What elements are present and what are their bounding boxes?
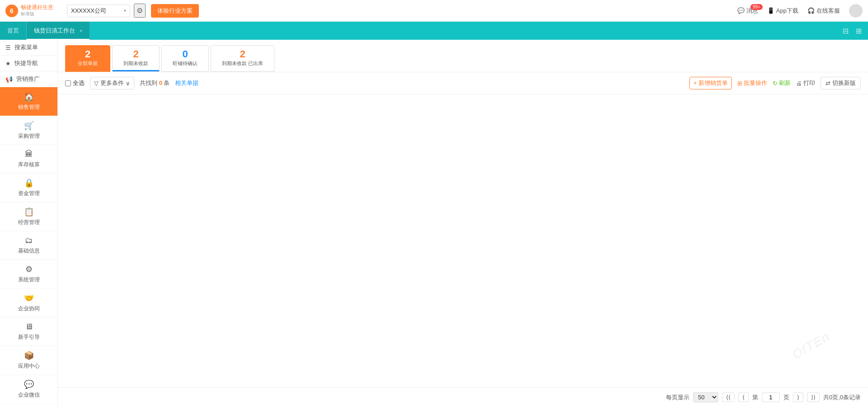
select-all-input[interactable] [65, 80, 71, 86]
online-service-label: 在线客服 [816, 7, 840, 15]
page-first-button[interactable]: ⟨⟨ [722, 393, 735, 402]
marketing-icon: 📢 [5, 76, 13, 83]
shipped-label: 到期未收款 已出库 [222, 60, 263, 67]
avatar[interactable] [849, 4, 863, 18]
tab-active[interactable]: 钱货日清工作台 × [27, 22, 90, 40]
print-button[interactable]: 🖨 打印 [796, 79, 815, 87]
summary-tab-overdue[interactable]: 2 到期未收款 [112, 45, 160, 72]
operations-label: 经营管理 [18, 219, 40, 226]
company-selector[interactable]: XXXXXX公司 ▾ [67, 5, 130, 17]
all-label: 全部单据 [78, 60, 98, 67]
tab-underline [27, 39, 90, 40]
sidebar-item-basic-info[interactable]: 🗂 基础信息 [0, 231, 57, 260]
summary-tab-all[interactable]: 2 全部单据 [65, 45, 110, 72]
sidebar-item-inventory[interactable]: 🏛 库存核算 [0, 145, 57, 173]
search-icon: ☰ [5, 44, 11, 51]
page-input[interactable] [762, 393, 780, 402]
summary-tab-wangpu[interactable]: 0 旺铺待确认 [161, 45, 209, 72]
sidebar-item-quicknav[interactable]: ★ 快捷导航 [0, 56, 57, 71]
page-suffix: 页 [783, 393, 789, 402]
sidebar-item-enterprise-collab[interactable]: 🤝 企业协同 [0, 289, 57, 318]
new-guide-icon: 🖥 [25, 322, 33, 332]
trial-button[interactable]: 体验行业方案 [151, 4, 199, 18]
select-all-checkbox[interactable]: 全选 [65, 79, 85, 87]
header-right: 💬 消息 99+ 📱 App下载 🎧 在线客服 [737, 4, 863, 18]
purchase-icon: 🛒 [24, 121, 34, 131]
sidebar-item-enterprise-wechat[interactable]: 💬 企业微信 [0, 375, 57, 404]
app-download-icon: 📱 [767, 7, 774, 14]
pagination-bar: 每页显示 50 100 200 ⟨⟨ ⟨ 第 页 ⟩ ⟩⟩ 共0页,0条记录 [58, 387, 868, 407]
summary-tab-shipped[interactable]: 2 到期未收款 已出库 [211, 45, 274, 72]
toolbar-right: + 新增销货单 ⊞ 批量操作 ↻ 刷新 🖨 打印 ⇄ 切换新版 [689, 77, 861, 89]
total-label: 共0页,0条记录 [823, 393, 861, 402]
filter-icon: ▽ [94, 80, 99, 87]
nav-tabs-bar: 首页 钱货日清工作台 × ⊟ ⊞ [0, 22, 868, 40]
minimize-icon[interactable]: ⊟ [840, 25, 851, 37]
logo-text-block: 畅捷通好生意 标准版 [21, 4, 53, 18]
enterprise-wechat-label: 企业微信 [18, 391, 40, 399]
refresh-button[interactable]: ↻ 刷新 [773, 79, 791, 87]
summary-tabs: 2 全部单据 2 到期未收款 0 旺铺待确认 2 到期未收款 已出库 [58, 40, 868, 72]
online-service-button[interactable]: 🎧 在线客服 [807, 7, 840, 15]
basic-info-icon: 🗂 [25, 236, 33, 245]
filter-label: 更多条件 [100, 79, 124, 87]
page-last-button[interactable]: ⟩⟩ [807, 393, 820, 402]
settings-button[interactable]: ⚙ [134, 4, 146, 18]
finance-icon: 🔒 [24, 178, 34, 188]
filter-button[interactable]: ▽ 更多条件 ∨ [90, 77, 134, 89]
sales-icon: 🏠 [24, 92, 34, 102]
message-icon: 💬 [737, 7, 745, 14]
page-next-button[interactable]: ⟩ [793, 393, 803, 402]
per-page-select[interactable]: 50 100 200 [693, 392, 718, 402]
sidebar-item-sales[interactable]: 🏠 销售管理 [0, 87, 57, 116]
switch-icon: ⇄ [826, 80, 830, 87]
overdue-count: 2 [133, 49, 138, 59]
sidebar-item-app-center[interactable]: 📦 应用中心 [0, 346, 57, 375]
wangpu-label: 旺铺待确认 [173, 60, 198, 67]
purchase-label: 采购管理 [18, 132, 40, 140]
sidebar-item-finance[interactable]: 🔒 资金管理 [0, 173, 57, 202]
refresh-label: 刷新 [779, 79, 791, 87]
chevron-down-icon: ▾ [124, 8, 126, 13]
shipped-count: 2 [240, 49, 245, 59]
add-sale-button[interactable]: + 新增销货单 [689, 77, 732, 89]
all-count: 2 [85, 49, 90, 59]
tab-home[interactable]: 首页 [0, 22, 27, 40]
sidebar-item-new-guide[interactable]: 🖥 新手引导 [0, 318, 57, 346]
related-link[interactable]: 相关单据 [175, 79, 198, 87]
sidebar-item-system[interactable]: ⚙ 系统管理 [0, 260, 57, 289]
tab-progress-overdue [113, 70, 159, 71]
maximize-icon[interactable]: ⊞ [853, 25, 864, 37]
sidebar-item-member[interactable]: ▽ 畅会员 [0, 404, 57, 407]
wangpu-count: 0 [182, 49, 188, 59]
content-area: 2 全部单据 2 到期未收款 0 旺铺待确认 2 到期未收款 已出库 [58, 40, 868, 407]
result-text: 共找到 0 条 [140, 79, 170, 87]
tab-close-icon[interactable]: × [80, 28, 82, 33]
inventory-label: 库存核算 [18, 161, 40, 168]
app-center-label: 应用中心 [18, 362, 40, 370]
main-layout: ☰ 搜索菜单 ★ 快捷导航 📢 营销推广 🏠 销售管理 🛒 采购管理 🏛 库存核… [0, 40, 868, 407]
logo-line2: 标准版 [21, 11, 53, 17]
system-label: 系统管理 [18, 276, 40, 284]
sidebar-search[interactable]: ☰ 搜索菜单 [0, 40, 57, 56]
logo-area: 6 畅捷通好生意 标准版 [5, 4, 63, 18]
batch-button[interactable]: ⊞ 批量操作 [737, 79, 767, 87]
sidebar-item-marketing[interactable]: 📢 营销推广 [0, 71, 57, 87]
message-button[interactable]: 💬 消息 99+ [737, 7, 758, 15]
batch-icon: ⊞ [737, 80, 742, 87]
overdue-label: 到期未收款 [123, 60, 148, 67]
table-area [58, 94, 868, 387]
chevron-filter-icon: ∨ [126, 80, 130, 87]
quick-nav-label: 快捷导航 [14, 59, 38, 67]
star-icon: ★ [5, 60, 11, 67]
sidebar-item-purchase[interactable]: 🛒 采购管理 [0, 116, 57, 145]
switch-version-button[interactable]: ⇄ 切换新版 [821, 77, 861, 89]
sidebar-item-operations[interactable]: 📋 经营管理 [0, 202, 57, 231]
app-download-button[interactable]: 📱 App下载 [767, 7, 798, 15]
page-prev-button[interactable]: ⟨ [738, 393, 749, 402]
company-name: XXXXXX公司 [71, 7, 122, 15]
message-badge: 99+ [750, 4, 763, 10]
result-unit: 条 [164, 80, 170, 86]
basic-info-label: 基础信息 [18, 247, 40, 255]
result-prefix: 共找到 [140, 80, 157, 86]
